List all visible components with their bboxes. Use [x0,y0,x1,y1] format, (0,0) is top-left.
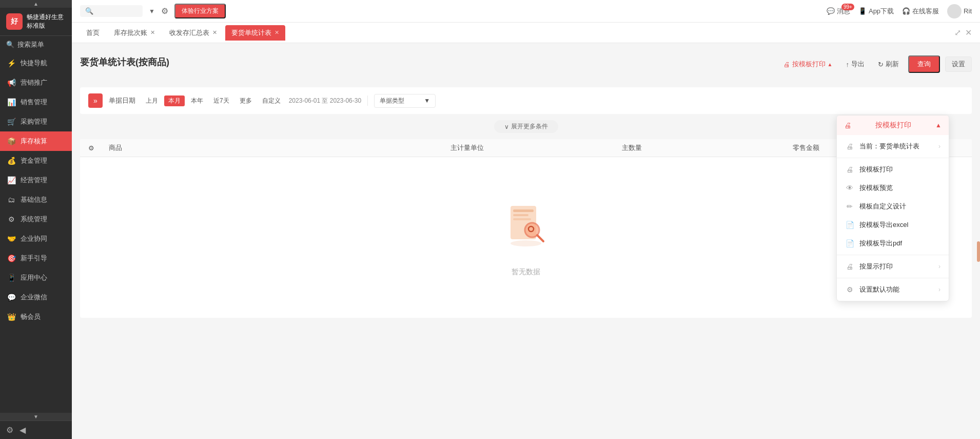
sidebar-item-quick-nav[interactable]: ⚡ 快捷导航 [0,53,72,73]
page-content: 要货单统计表(按商品) 🖨 按模板打印 ▲ ↑ 导出 ↻ 刷新 查询 设置 [72,43,980,439]
topbar-message[interactable]: 💬 消息 99+ [827,7,850,16]
topbar-search-box[interactable]: 🔍 [80,5,143,17]
svg-line-6 [537,235,543,241]
topbar-search-input[interactable] [96,8,138,15]
topbar-user-avatar[interactable]: Rit [947,4,972,18]
inventory-icon: 📦 [6,137,16,145]
sidebar-item-sales[interactable]: 📊 销售管理 [0,92,72,112]
sidebar-item-apps[interactable]: 📱 应用中心 [0,268,72,288]
template-print-icon: 🖨 [845,165,854,174]
marketing-icon: 📢 [6,79,16,87]
tab-inventory-batch[interactable]: 库存批次账 ✕ [108,25,161,41]
topbar-gear-icon[interactable]: ⚙ [161,6,168,16]
col-header-product: 商品 [109,143,450,152]
sidebar-item-basic[interactable]: 🗂 基础信息 [0,190,72,209]
dropdown-section-display-print: 🖨 按显示打印 › [837,255,949,278]
page-title: 要货单统计表(按商品) [80,56,169,68]
template-excel-icon: 📄 [845,221,854,229]
tab-close-window-icon[interactable]: ✕ [965,28,972,37]
dropdown-item-template-excel[interactable]: 📄 按模板导出excel [837,216,949,234]
topbar-app-download[interactable]: 📱 App下载 [858,7,894,16]
template-preview-icon: 👁 [845,184,854,192]
topbar-search-icon: 🔍 [85,7,93,15]
tab-home[interactable]: 首页 [80,25,106,41]
quick-nav-icon: ⚡ [6,59,16,67]
tab-close-order-stats[interactable]: ✕ [275,29,279,36]
order-type-select[interactable]: 单据类型 ▼ [374,94,436,108]
dropdown-section-set-default: ⚙ 设置默认功能 › [837,278,949,301]
empty-text: 暂无数据 [512,268,540,277]
expand-chevron-icon: ∨ [504,123,509,130]
export-btn[interactable]: ↑ 导出 [842,58,869,71]
sidebar-scroll-down[interactable]: ▼ [0,413,72,421]
topbar-right: 💬 消息 99+ 📱 App下载 🎧 在线客服 Rit [827,4,972,18]
operations-icon: 📈 [6,176,16,184]
sidebar-collapse-btn[interactable]: ◀ [19,425,26,435]
wechat-icon: 💬 [6,293,16,301]
topbar-online-service[interactable]: 🎧 在线客服 [902,7,939,16]
svg-rect-2 [513,209,534,212]
sidebar-item-marketing[interactable]: 📢 营销推广 [0,73,72,92]
print-btn[interactable]: 🖨 按模板打印 ▲ [779,58,837,71]
date-range-display: 2023-06-01 至 2023-06-30 [289,97,361,105]
tab-maximize-icon[interactable]: ⤢ [954,28,961,37]
sidebar-search-menu[interactable]: 🔍 搜索菜单 [0,36,72,53]
purchase-icon: 🛒 [6,118,16,126]
sidebar-item-collab[interactable]: 🤝 企业协同 [0,229,72,249]
tab-order-stats[interactable]: 要货单统计表 ✕ [225,25,285,41]
sidebar-item-operations[interactable]: 📈 经营管理 [0,170,72,190]
sidebar-scroll-up[interactable]: ▲ [0,0,72,8]
date-tab-last-month[interactable]: 上月 [142,96,162,106]
download-icon: 📱 [858,7,867,15]
right-scrollbar[interactable] [977,241,980,262]
sidebar-item-system[interactable]: ⚙ 系统管理 [0,209,72,229]
tab-close-receipt-summary[interactable]: ✕ [212,29,217,36]
refresh-icon: ↻ [878,61,884,68]
topbar-dropdown-arrow[interactable]: ▼ [149,8,155,15]
tab-close-inventory-batch[interactable]: ✕ [150,29,155,36]
basic-icon: 🗂 [6,196,16,204]
date-tab-custom[interactable]: 自定义 [258,96,285,106]
dropdown-item-display-print[interactable]: 🖨 按显示打印 › [837,257,949,276]
sidebar-settings-btn[interactable]: ⚙ [6,425,13,435]
topbar: 🔍 ▼ ⚙ 体验行业方案 💬 消息 99+ 📱 App下载 🎧 在线客服 Rit [72,0,980,23]
dropdown-section-items: 🖨 按模板打印 👁 按模板预览 ✏ 模板自定义设计 📄 按模板导出excel 📄 [837,158,949,255]
set-default-icon: ⚙ [845,285,854,294]
filter-expand-icon[interactable]: » [88,93,103,108]
refresh-btn[interactable]: ↻ 刷新 [874,58,903,71]
search-icon: 🔍 [6,41,14,48]
sidebar-item-finance[interactable]: 💰 资金管理 [0,151,72,170]
sidebar-logo: 好 畅捷通好生意 标准版 [0,8,72,36]
print-dropdown-arrow[interactable]: ▲ [828,62,833,67]
template-design-icon: ✏ [845,202,854,211]
dropdown-item-template-print[interactable]: 🖨 按模板打印 [837,160,949,179]
sidebar-item-member[interactable]: 👑 畅会员 [0,307,72,327]
settings-col-icon[interactable]: ⚙ [88,144,94,152]
service-icon: 🎧 [902,7,910,15]
svg-point-0 [511,240,541,246]
dropdown-item-template-design[interactable]: ✏ 模板自定义设计 [837,197,949,216]
display-print-arrow: › [938,263,940,270]
message-icon: 💬 [827,7,835,15]
date-tab-more[interactable]: 更多 [236,96,256,106]
expand-conditions-btn[interactable]: ∨ 展开更多条件 [494,120,558,133]
sidebar-item-purchase[interactable]: 🛒 采购管理 [0,112,72,131]
select-dropdown-icon: ▼ [424,97,430,104]
set-default-arrow: › [938,286,940,293]
trial-btn[interactable]: 体验行业方案 [174,4,226,18]
sidebar-item-wechat[interactable]: 💬 企业微信 [0,288,72,307]
query-btn[interactable]: 查询 [908,55,940,73]
settings-btn[interactable]: 设置 [945,56,972,72]
tab-receipt-summary[interactable]: 收发存汇总表 ✕ [163,25,223,41]
date-tab-this-year[interactable]: 本年 [187,96,207,106]
date-tab-7days[interactable]: 近7天 [209,96,233,106]
sidebar-item-guide[interactable]: 🎯 新手引导 [0,249,72,268]
date-tab-this-month[interactable]: 本月 [164,96,185,106]
dropdown-item-set-default[interactable]: ⚙ 设置默认功能 › [837,280,949,299]
sidebar-item-inventory[interactable]: 📦 库存核算 [0,131,72,151]
dropdown-chevron-icon[interactable]: ▲ [935,122,942,129]
date-tabs: 上月 本月 本年 近7天 更多 自定义 2023-06-01 至 2023-06… [142,96,361,106]
dropdown-item-template-preview[interactable]: 👁 按模板预览 [837,179,949,197]
dropdown-item-current[interactable]: 🖨 当前：要货单统计表 › [837,137,949,156]
dropdown-item-template-pdf[interactable]: 📄 按模板导出pdf [837,234,949,253]
